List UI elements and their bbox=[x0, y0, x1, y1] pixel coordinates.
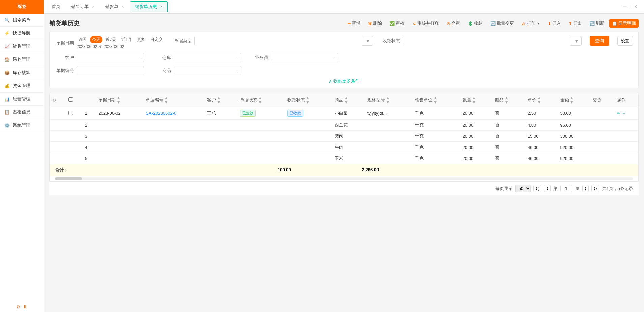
goods-sort-arrows: ▲▼ bbox=[344, 96, 348, 104]
col-settings: ⚙ bbox=[50, 93, 66, 107]
tab-sales-goods-close[interactable]: × bbox=[122, 4, 124, 9]
select-all-checkbox[interactable] bbox=[68, 97, 73, 102]
tab-sales-order[interactable]: 销售订单 × bbox=[66, 1, 100, 12]
sidebar-item-label: 快捷导航 bbox=[13, 30, 30, 36]
col-gift[interactable]: 赠品▲▼ bbox=[492, 93, 525, 107]
window-maximize[interactable]: □ bbox=[629, 4, 632, 10]
refresh-button[interactable]: 🔃 刷新 bbox=[587, 19, 607, 28]
warehouse-input[interactable] bbox=[174, 53, 232, 62]
docno-input[interactable] bbox=[77, 66, 144, 75]
customer-input[interactable] bbox=[77, 53, 135, 62]
col-unitprice[interactable]: 单价▲▼ bbox=[525, 93, 558, 107]
import-button[interactable]: ⬇ 导入 bbox=[545, 19, 564, 28]
row-goods: 西兰花 bbox=[332, 120, 365, 131]
edit-action[interactable]: ✏ bbox=[617, 111, 620, 116]
date-tag-1month[interactable]: 近1月 bbox=[119, 36, 134, 43]
collectstatus-input[interactable] bbox=[403, 36, 571, 46]
goods-dots[interactable]: ... bbox=[232, 68, 241, 73]
col-docno[interactable]: 单据编号▲▼ bbox=[143, 93, 204, 107]
page-input[interactable] bbox=[560, 185, 572, 192]
doc-no-link[interactable]: SA-20230602-0 bbox=[146, 111, 176, 116]
row-unitprice: 15.00 bbox=[525, 131, 558, 142]
review-print-icon: 🖨 bbox=[412, 21, 416, 26]
more-action[interactable]: ⋯ bbox=[621, 111, 625, 116]
filter-salesman-item: 业务员 ... bbox=[249, 53, 338, 62]
sidebar-item-operations[interactable]: 📊 经营管理 bbox=[0, 93, 44, 106]
tab-sales-order-close[interactable]: × bbox=[92, 4, 94, 9]
customer-dots[interactable]: ... bbox=[135, 55, 144, 60]
sidebar-collapse-icon[interactable]: ⏸ bbox=[23, 304, 27, 309]
row-goods: 小白菜 bbox=[332, 107, 365, 120]
per-page-select[interactable]: 50 bbox=[515, 185, 531, 192]
horizontal-scrollbar[interactable] bbox=[55, 177, 633, 180]
sidebar-item-purchase[interactable]: 🏠 采购管理 bbox=[0, 53, 44, 66]
collapse-arrow-icon: ∧ bbox=[329, 79, 332, 84]
prev-page-button[interactable]: ⟨ bbox=[544, 185, 551, 192]
abandon-button[interactable]: ⊘ 弃审 bbox=[444, 19, 463, 28]
sidebar-item-quicknav[interactable]: ⚡ 快捷导航 bbox=[0, 27, 44, 40]
sidebar-settings-icon[interactable]: ⚙ bbox=[16, 304, 20, 309]
col-goods[interactable]: 商品▲▼ bbox=[332, 93, 365, 107]
collect-button[interactable]: 💲 收款 bbox=[465, 19, 485, 28]
col-amount[interactable]: 金额▲▼ bbox=[558, 93, 590, 107]
date-tag-7days[interactable]: 近7天 bbox=[104, 36, 118, 43]
show-detail-button[interactable]: 📋 显示明细 bbox=[609, 19, 639, 28]
sidebar-item-sales[interactable]: 📈 销售管理 bbox=[0, 40, 44, 53]
settings-button[interactable]: 设置 bbox=[617, 36, 633, 46]
row-settings bbox=[50, 153, 66, 164]
row-select-checkbox[interactable] bbox=[68, 111, 73, 115]
salesman-input[interactable] bbox=[271, 53, 329, 62]
warehouse-dots[interactable]: ... bbox=[232, 55, 241, 60]
tab-sales-history-close[interactable]: × bbox=[160, 4, 163, 9]
date-tag-custom[interactable]: 自定义 bbox=[148, 36, 165, 43]
tab-sales-goods[interactable]: 销货单 × bbox=[100, 1, 129, 12]
row-customer bbox=[204, 153, 237, 164]
gift-sort-arrows: ▲▼ bbox=[504, 96, 509, 104]
sidebar-item-finance[interactable]: 💰 资金管理 bbox=[0, 79, 44, 93]
doctype-input[interactable] bbox=[195, 36, 363, 46]
first-page-button[interactable]: ⟨⟨ bbox=[533, 185, 541, 192]
row-gift: 否 bbox=[492, 131, 525, 142]
salesman-dots[interactable]: ... bbox=[329, 55, 338, 60]
col-date[interactable]: 单据日期▲▼ bbox=[95, 93, 143, 107]
batch-change-button[interactable]: 🔄 批量变更 bbox=[487, 19, 517, 28]
doctype-dropdown[interactable]: ▼ bbox=[363, 36, 373, 45]
new-button[interactable]: + 新增 bbox=[345, 19, 363, 28]
date-tag-yesterday[interactable]: 昨天 bbox=[77, 36, 89, 43]
row-gift: 否 bbox=[492, 107, 525, 120]
sidebar-item-basicinfo[interactable]: 📋 基础信息 bbox=[0, 106, 44, 119]
delete-button[interactable]: 🗑 删除 bbox=[365, 19, 385, 28]
row-docstatus bbox=[237, 153, 285, 164]
row-salesunit: 千克 bbox=[412, 142, 460, 153]
col-customer[interactable]: 客户▲▼ bbox=[204, 93, 237, 107]
next-page-button[interactable]: ⟩ bbox=[582, 185, 589, 192]
goods-input[interactable] bbox=[174, 66, 232, 75]
row-spec bbox=[365, 153, 412, 164]
page-title: 销货单历史 bbox=[49, 19, 80, 27]
col-spec[interactable]: 规格型号▲▼ bbox=[365, 93, 412, 107]
collapse-button[interactable]: ∧ 收起更多条件 bbox=[329, 78, 360, 84]
last-page-button[interactable]: ⟩⟩ bbox=[591, 185, 599, 192]
export-button[interactable]: ⬆ 导出 bbox=[566, 19, 585, 28]
collectstatus-dropdown[interactable]: ▼ bbox=[571, 36, 581, 45]
window-minimize[interactable]: ─ bbox=[623, 4, 627, 10]
review-button[interactable]: ✅ 审核 bbox=[387, 19, 407, 28]
query-button[interactable]: 查询 bbox=[590, 36, 609, 46]
window-close[interactable]: × bbox=[634, 4, 637, 10]
review-print-button[interactable]: 🖨 审核并打印 bbox=[409, 19, 442, 28]
col-docstatus[interactable]: 单据状态▲▼ bbox=[237, 93, 285, 107]
date-tag-more[interactable]: 更多 bbox=[135, 36, 147, 43]
col-collectstatus[interactable]: 收款状态▲▼ bbox=[285, 93, 332, 107]
date-tag-today[interactable]: 今天 bbox=[90, 36, 102, 43]
row-trade bbox=[590, 131, 614, 142]
sidebar-item-search[interactable]: 🔍 搜索菜单 bbox=[0, 14, 44, 27]
col-checkbox bbox=[66, 93, 82, 107]
sidebar-item-inventory[interactable]: 📦 库存核算 bbox=[0, 66, 44, 79]
tab-sales-history[interactable]: 销货单历史 × bbox=[130, 1, 168, 12]
table-settings-icon[interactable]: ⚙ bbox=[52, 98, 56, 103]
col-salesunit[interactable]: 销售单位▲▼ bbox=[412, 93, 460, 107]
sidebar-item-sysmgmt[interactable]: ⚙️ 系统管理 bbox=[0, 119, 44, 132]
tab-home[interactable]: 首页 bbox=[47, 1, 65, 12]
col-qty[interactable]: 数量▲▼ bbox=[460, 93, 493, 107]
print-button[interactable]: 🖨 打印 ▼ bbox=[519, 19, 543, 28]
